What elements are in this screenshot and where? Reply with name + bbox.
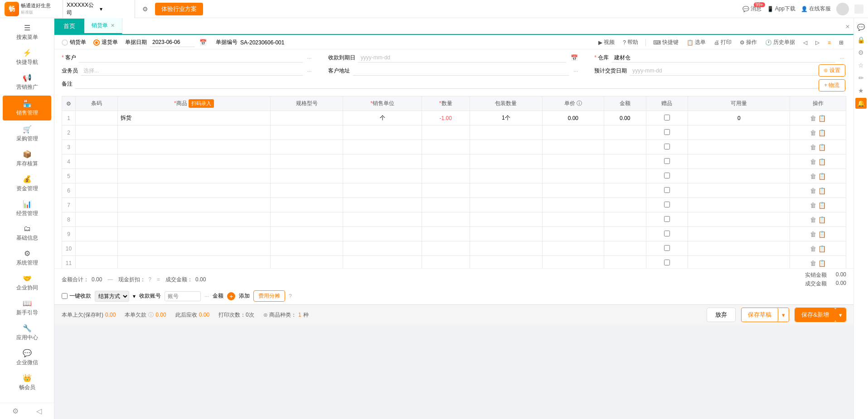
receive-date-input[interactable] — [358, 53, 567, 63]
cell-pack-qty-6[interactable] — [470, 198, 542, 212]
cell-product-0[interactable]: 拆货 — [117, 111, 270, 125]
cell-qty-4[interactable] — [422, 169, 470, 183]
cell-price-5[interactable] — [542, 183, 604, 198]
th-gear[interactable]: ⚙ — [62, 96, 76, 111]
copy-btn-3[interactable]: 📋 — [818, 158, 826, 165]
cell-price-8[interactable] — [542, 227, 604, 241]
cell-pack-qty-0[interactable]: 1个 — [470, 111, 542, 125]
save-draft-split-btn[interactable]: ▾ — [778, 308, 789, 322]
one-click-pay-label[interactable]: 一键收款 — [62, 292, 91, 300]
sidebar-item-business[interactable]: 📊 经营管理 — [0, 196, 54, 221]
rp-settings-icon[interactable]: ⚙ — [856, 47, 866, 58]
cell-price-4[interactable] — [542, 169, 604, 183]
receive-date-cal-icon[interactable]: 📅 — [569, 54, 580, 61]
cell-gift-5[interactable] — [646, 183, 688, 198]
cell-spec-1[interactable] — [271, 125, 343, 140]
bill-owe-help[interactable]: ⓘ — [148, 311, 154, 319]
sidebar-item-quick[interactable]: ⚡ 快捷导航 — [0, 45, 54, 70]
cell-barcode-6[interactable] — [76, 198, 118, 212]
cell-barcode-4[interactable] — [76, 169, 118, 183]
cell-barcode-5[interactable] — [76, 183, 118, 198]
notes-input[interactable] — [75, 79, 846, 89]
gift-checkbox-6[interactable] — [664, 202, 670, 207]
cell-price-6[interactable] — [542, 198, 604, 212]
cell-unit-8[interactable] — [343, 227, 422, 241]
gift-checkbox-7[interactable] — [664, 216, 670, 222]
cell-unit-0[interactable]: 个 — [343, 111, 422, 125]
cell-gift-6[interactable] — [646, 198, 688, 212]
cell-barcode-9[interactable] — [76, 241, 118, 256]
cell-qty-6[interactable] — [422, 198, 470, 212]
cell-barcode-3[interactable] — [76, 154, 118, 169]
del-btn-0[interactable]: 🗑 — [810, 115, 816, 122]
cell-product-6[interactable] — [117, 198, 270, 212]
cell-qty-0[interactable]: -1.00 — [422, 111, 470, 125]
cell-pack-qty-8[interactable] — [470, 227, 542, 241]
rp-lock-icon[interactable]: 🔒 — [855, 34, 867, 45]
cell-qty-1[interactable] — [422, 125, 470, 140]
rp-star2-icon[interactable]: ★ — [856, 85, 866, 96]
warehouse-input[interactable] — [611, 53, 835, 63]
sidebar-item-collab[interactable]: 🤝 企业协同 — [0, 270, 54, 295]
del-btn-5[interactable]: 🗑 — [810, 187, 816, 194]
cell-gift-4[interactable] — [646, 169, 688, 183]
copy-btn-0[interactable]: 📋 — [818, 115, 826, 122]
cell-unit-6[interactable] — [343, 198, 422, 212]
radio-return[interactable]: 退货单 — [93, 39, 118, 46]
cell-amount-9[interactable] — [604, 241, 646, 256]
cell-gift-1[interactable] — [646, 125, 688, 140]
tab-close-icon[interactable]: ✕ — [111, 23, 115, 29]
cell-amount-10[interactable] — [604, 256, 646, 269]
cell-amount-0[interactable]: 0.00 — [604, 111, 646, 125]
del-btn-6[interactable]: 🗑 — [810, 202, 816, 209]
sidebar-settings-icon[interactable]: ⚙ — [12, 407, 19, 415]
radio-sales[interactable]: 销货单 — [62, 39, 86, 46]
cell-amount-3[interactable] — [604, 154, 646, 169]
cell-gift-0[interactable] — [646, 111, 688, 125]
copy-btn-10[interactable]: 📋 — [818, 260, 826, 267]
company-selector[interactable]: XXXXXX公司 ▾ — [63, 0, 135, 19]
toolbar-list-view[interactable]: ≡ — [825, 39, 834, 47]
cell-pack-qty-5[interactable] — [470, 183, 542, 198]
cell-price-1[interactable] — [542, 125, 604, 140]
cell-spec-9[interactable] — [271, 241, 343, 256]
rp-alert-icon[interactable]: 🔔 — [855, 98, 867, 109]
copy-btn-2[interactable]: 📋 — [818, 144, 826, 151]
sidebar-item-marketing[interactable]: 📢 营销推广 — [0, 70, 54, 95]
cell-amount-1[interactable] — [604, 125, 646, 140]
cell-barcode-10[interactable] — [76, 256, 118, 269]
toolbar-nav-prev[interactable]: ◁ — [800, 39, 810, 47]
payment-help-icon[interactable]: ? — [289, 293, 292, 299]
cell-gift-7[interactable] — [646, 212, 688, 227]
sidebar-item-purchase[interactable]: 🛒 采购管理 — [0, 121, 54, 146]
sidebar-item-finance[interactable]: 💰 资金管理 — [0, 171, 54, 196]
add-payment-btn[interactable]: + — [227, 292, 235, 300]
cell-barcode-8[interactable] — [76, 227, 118, 241]
app-download-btn[interactable]: 📱 App下载 — [767, 5, 795, 13]
discount-help[interactable]: ? — [148, 276, 151, 283]
sidebar-item-apps[interactable]: 🔧 应用中心 — [0, 320, 54, 345]
cell-pack-qty-9[interactable] — [470, 241, 542, 256]
cell-spec-0[interactable] — [271, 111, 343, 125]
cell-pack-qty-7[interactable] — [470, 212, 542, 227]
cell-qty-8[interactable] — [422, 227, 470, 241]
gift-checkbox-1[interactable] — [664, 129, 670, 135]
cell-price-10[interactable] — [542, 256, 604, 269]
copy-btn-9[interactable]: 📋 — [818, 245, 826, 252]
cell-unit-3[interactable] — [343, 154, 422, 169]
sidebar-item-sales[interactable]: 🏪 销售管理 — [3, 96, 51, 120]
logistics-btn[interactable]: + 物流 — [819, 79, 845, 92]
cell-pack-qty-10[interactable] — [470, 256, 542, 269]
one-click-pay-checkbox[interactable] — [62, 293, 68, 299]
copy-btn-1[interactable]: 📋 — [818, 129, 826, 136]
save-new-btn[interactable]: 保存&新增 — [795, 308, 835, 322]
gift-checkbox-4[interactable] — [664, 173, 670, 178]
save-new-split-btn[interactable]: ▾ — [835, 308, 846, 322]
cell-gift-8[interactable] — [646, 227, 688, 241]
cell-price-9[interactable] — [542, 241, 604, 256]
cell-gift-10[interactable] — [646, 256, 688, 269]
cell-qty-5[interactable] — [422, 183, 470, 198]
toolbar-video[interactable]: ▶ 视频 — [596, 38, 617, 47]
del-btn-4[interactable]: 🗑 — [810, 173, 816, 180]
toolbar-shortcut[interactable]: ⌨ 快捷键 — [650, 38, 681, 47]
